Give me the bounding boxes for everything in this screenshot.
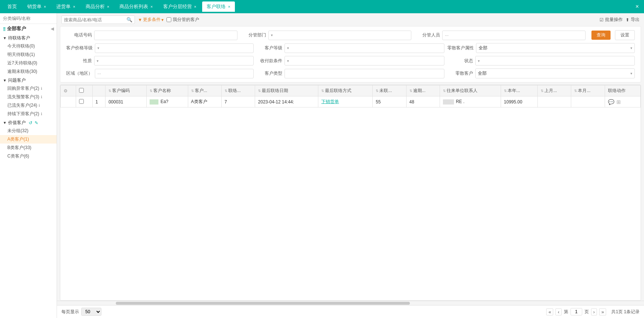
sidebar-item-overdue[interactable]: 逾期未联络(30): [0, 67, 57, 76]
filter-customer-level: 客户等级 ▾: [257, 43, 444, 53]
info-icon-repurchase: ℹ: [41, 86, 42, 91]
nav-purchase-close[interactable]: ×: [73, 4, 75, 9]
sort-name: ⇅: [150, 89, 153, 93]
page-input[interactable]: [570, 308, 582, 315]
col-contact[interactable]: ⇅联络...: [221, 85, 255, 96]
nav-home[interactable]: 首页: [3, 2, 21, 11]
export-icon: ⬆: [626, 17, 629, 22]
filter-price-level-select[interactable]: ▾: [95, 43, 254, 53]
col-last-date[interactable]: ⇅最后联络日期: [255, 85, 318, 96]
next-page-button[interactable]: ›: [591, 308, 597, 315]
sidebar-item-class-c[interactable]: C类客户(6): [0, 152, 57, 160]
filter-phone-input[interactable]: [94, 31, 237, 40]
prev-page-button[interactable]: ‹: [555, 308, 561, 315]
nav-sales-close[interactable]: ×: [44, 4, 46, 9]
scrollbar-thumb[interactable]: [116, 302, 410, 305]
row-checkbox[interactable]: [79, 99, 84, 104]
filter-search-input[interactable]: [64, 17, 125, 22]
cell-checkbox[interactable]: [76, 96, 92, 107]
nav-sales[interactable]: 销货单 ×: [23, 1, 50, 12]
cell-code: 000031: [105, 96, 147, 107]
gear-icon[interactable]: ⚙: [64, 88, 68, 93]
settings-button[interactable]: 设置: [615, 30, 635, 40]
horizontal-scrollbar[interactable]: [57, 301, 644, 305]
filter-zero-customer-select[interactable]: 全部 ▾: [475, 68, 635, 78]
filter-row-2: 客户价格等级 ▾ 客户等级 ▾ 零散客户属性 全部 ▾: [66, 43, 635, 53]
sidebar-item-lost[interactable]: 已流失客户(24) ℹ: [0, 101, 57, 110]
sidebar-item-unclassified[interactable]: 未分组(32): [0, 127, 57, 135]
per-page-label: 每页显示: [61, 309, 79, 315]
col-unit-contact[interactable]: ⇅往来单位联系人: [440, 85, 501, 96]
action-chat-icon[interactable]: 💬: [608, 99, 614, 105]
last-method-link[interactable]: 下销货单: [321, 99, 339, 104]
filter-manager-input[interactable]: ···: [442, 31, 586, 40]
sidebar-search-input[interactable]: [3, 16, 57, 21]
nav-customer-contact[interactable]: 客户联络 ×: [202, 1, 235, 12]
refresh-icon[interactable]: ↺: [29, 120, 32, 126]
group-problem-customers[interactable]: ▼ 问题客户: [0, 76, 57, 84]
filter-search-icon[interactable]: 🔍: [126, 17, 132, 22]
filter-customer-level-select[interactable]: ▾: [285, 43, 444, 53]
filter-region-input[interactable]: ···: [95, 69, 254, 78]
col-last-month[interactable]: ⇅上月...: [538, 85, 571, 96]
edit-icon[interactable]: ✎: [35, 120, 38, 126]
col-type[interactable]: ⇅客户...: [188, 85, 221, 96]
per-page-select[interactable]: 50 100 200: [81, 308, 101, 316]
nav-customer-contact-close[interactable]: ×: [228, 4, 230, 9]
more-conditions-button[interactable]: ▼ 更多条件 ▾: [138, 17, 164, 23]
sidebar-all-customers[interactable]: ⣿ 全部客户 ◀: [0, 24, 57, 33]
sidebar-item-repurchase-abnormal[interactable]: 回购异常客户(2) ℹ: [0, 84, 57, 93]
col-checkbox[interactable]: [76, 85, 92, 96]
col-name[interactable]: ⇅客户名称: [147, 85, 188, 96]
nav-customer-segment-close[interactable]: ×: [194, 4, 196, 9]
row-actions: 💬 ⊞: [608, 99, 637, 105]
my-customers-check[interactable]: [167, 17, 171, 22]
filter-dept-select[interactable]: ▾: [268, 31, 412, 40]
col-this-month[interactable]: ⇅本月...: [571, 85, 605, 96]
filter-customer-type-label: 客户类型: [257, 70, 282, 77]
first-page-button[interactable]: «: [546, 308, 553, 315]
nav-goods-analysis-list-close[interactable]: ×: [150, 4, 153, 9]
zero-attr-value: 全部: [479, 45, 487, 51]
filter-status-select[interactable]: ▾: [475, 56, 635, 66]
sidebar-item-declining[interactable]: 持续下滑客户(2) ℹ: [0, 110, 57, 118]
select-all-checkbox[interactable]: [79, 88, 84, 93]
region-ellipsis: ···: [97, 71, 101, 76]
filter-payment-select[interactable]: ▾: [285, 56, 444, 66]
my-customers-checkbox[interactable]: 我分管的客户: [167, 17, 199, 23]
sidebar-item-class-a[interactable]: A类客户(1): [0, 135, 57, 144]
col-last-method[interactable]: ⇅最后联络方式: [318, 85, 373, 96]
col-gear[interactable]: ⚙: [61, 85, 76, 96]
sidebar-item-loss-warning[interactable]: 流失预警客户(3) ℹ: [0, 93, 57, 101]
sidebar-item-tomorrow[interactable]: 明天待联络(1): [0, 50, 57, 59]
query-button[interactable]: 查询: [591, 31, 611, 40]
sidebar-item-7days[interactable]: 近7天待联络(0): [0, 59, 57, 67]
cell-this-month: [571, 96, 605, 107]
nav-customer-segment[interactable]: 客户分层经营 ×: [159, 1, 201, 12]
close-all-button[interactable]: ×: [633, 3, 641, 10]
export-button[interactable]: ⬆ 导出: [626, 17, 640, 23]
action-qr-icon[interactable]: ⊞: [616, 99, 621, 105]
col-this-year[interactable]: ⇅本年...: [501, 85, 537, 96]
nav-purchase[interactable]: 进货单 ×: [52, 1, 79, 12]
page-label: 第: [564, 309, 568, 315]
filter-zero-attr-select[interactable]: 全部 ▾: [476, 43, 635, 53]
filter-nature-select[interactable]: ▾: [94, 56, 254, 66]
col-no-contact[interactable]: ⇅未联...: [373, 85, 406, 96]
advanced-filter: 电话号码 分管部门 ▾ 分管人员 ··· 查询 设置: [60, 26, 641, 82]
batch-op-button[interactable]: ☑ 批量操作: [600, 17, 623, 23]
col-code[interactable]: ⇅客户编码: [105, 85, 147, 96]
filter-customer-type: 客户类型: [257, 69, 444, 78]
nav-goods-analysis-list[interactable]: 商品分析列表 ×: [115, 1, 157, 12]
nav-goods-analysis[interactable]: 商品分析 ×: [81, 1, 114, 12]
group-value-customers[interactable]: ▼ 价值客户 ↺ ✎: [0, 118, 57, 127]
cell-last-method[interactable]: 下销货单: [318, 96, 373, 107]
filter-customer-type-input[interactable]: [285, 69, 444, 78]
sidebar-item-class-b[interactable]: B类客户(33): [0, 144, 57, 152]
col-overdue[interactable]: ⇅逾期...: [406, 85, 440, 96]
nav-goods-analysis-close[interactable]: ×: [107, 4, 109, 9]
sidebar-collapse-icon[interactable]: ◀: [51, 26, 54, 31]
sidebar-item-today[interactable]: 今天待联络(0): [0, 42, 57, 50]
group-pending-contact[interactable]: ▼ 待联络客户: [0, 33, 57, 42]
last-page-button[interactable]: »: [599, 308, 606, 315]
